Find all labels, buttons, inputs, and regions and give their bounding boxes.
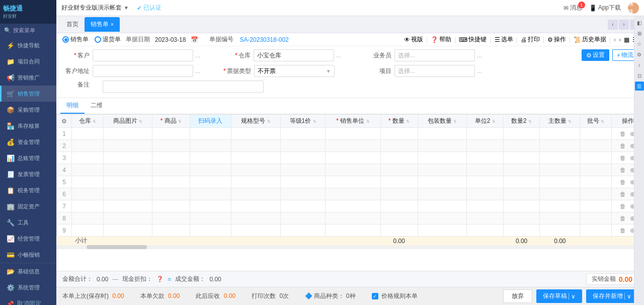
right-panel-btn-3[interactable]: ☆ <box>635 39 644 48</box>
sidebar-item-project[interactable]: 📁 项目合同 <box>0 53 56 69</box>
cell-unit2[interactable] <box>467 212 503 224</box>
delete-row-icon[interactable]: 🗑 <box>619 154 627 162</box>
cell-main-qty[interactable] <box>540 176 580 188</box>
cell-qty2[interactable] <box>503 140 539 152</box>
cell-barcode[interactable] <box>190 188 231 200</box>
shortcuts-btn[interactable]: ⌨ 快捷键 <box>459 35 487 44</box>
cell-sales-unit[interactable] <box>326 152 380 164</box>
sidebar-item-operations[interactable]: 📈 经营管理 <box>0 231 56 247</box>
cell-qty2[interactable] <box>503 152 539 164</box>
salesperson-input[interactable]: 选择... <box>394 49 475 61</box>
col-unit2-sort[interactable]: ⇅ <box>492 119 496 124</box>
sidebar-item-unpin[interactable]: 📌 取消固定 <box>0 295 56 305</box>
cell-quantity[interactable] <box>380 176 418 188</box>
warehouse-input[interactable]: 小宝仓库 <box>254 49 334 61</box>
cell-batch[interactable] <box>580 212 612 224</box>
abandon-button[interactable]: 放弃 <box>503 289 532 303</box>
sidebar-item-reports[interactable]: 💳 小畅报销 <box>0 247 56 263</box>
sidebar-item-invoice[interactable]: 🧾 发票管理 <box>0 166 56 182</box>
sidebar-item-marketing[interactable]: 📢 营销推广 <box>0 69 56 86</box>
search-menu-item[interactable]: 🔍 搜索菜单 <box>0 24 56 37</box>
cell-price1[interactable] <box>280 152 326 164</box>
cell-pack-qty[interactable] <box>418 152 467 164</box>
project-input[interactable]: 选择... <box>394 65 475 77</box>
delete-row-icon[interactable]: 🗑 <box>619 214 627 222</box>
cell-price1[interactable] <box>280 140 326 152</box>
delete-row-icon[interactable]: 🗑 <box>619 166 627 174</box>
cell-unit2[interactable] <box>467 200 503 212</box>
col-main-qty-sort[interactable]: ⇅ <box>568 119 572 124</box>
cell-main-qty[interactable] <box>540 152 580 164</box>
cell-unit2[interactable] <box>467 164 503 176</box>
cell-spec[interactable] <box>231 200 281 212</box>
customer-input[interactable] <box>93 49 193 61</box>
cell-unit2[interactable] <box>467 176 503 188</box>
warehouse-dots[interactable]: ... <box>334 51 343 60</box>
nav-prev-icon[interactable]: ‹ <box>614 36 616 43</box>
cell-price1[interactable] <box>280 128 326 140</box>
cell-product-img[interactable] <box>103 128 152 140</box>
user-menu[interactable]: 珠珠 <box>628 3 639 14</box>
col-settings[interactable]: ⚙ <box>57 115 72 128</box>
cell-batch[interactable] <box>580 224 612 237</box>
sidebar-item-tools[interactable]: 🔧 工具 <box>0 214 56 231</box>
cell-qty2[interactable] <box>503 176 539 188</box>
cell-product[interactable] <box>152 224 190 237</box>
cell-product[interactable] <box>152 176 190 188</box>
cell-spec[interactable] <box>231 224 281 237</box>
cell-warehouse[interactable] <box>72 176 104 188</box>
cell-warehouse[interactable] <box>72 152 104 164</box>
col-price1-sort[interactable]: ⇅ <box>313 119 316 124</box>
right-panel-btn-4[interactable]: ⚙ <box>635 50 644 59</box>
cell-unit2[interactable] <box>467 224 503 237</box>
cell-product-img[interactable] <box>103 188 152 200</box>
cell-quantity[interactable] <box>380 188 418 200</box>
cell-spec[interactable] <box>231 212 281 224</box>
col-batch-sort[interactable]: ⇅ <box>601 119 604 124</box>
cell-sales-unit[interactable] <box>326 176 380 188</box>
delete-row-icon[interactable]: 🗑 <box>619 202 627 210</box>
cell-unit2[interactable] <box>467 140 503 152</box>
help-btn[interactable]: ❓ 帮助 <box>431 35 451 44</box>
cell-pack-qty[interactable] <box>418 128 467 140</box>
cell-spec[interactable] <box>231 176 281 188</box>
right-panel-btn-7[interactable]: ☰ <box>635 82 644 91</box>
cell-pack-qty[interactable] <box>418 224 467 237</box>
tab-2d[interactable]: 二维 <box>85 98 109 114</box>
save-new-button[interactable]: 保存并新增 ∨ <box>586 289 638 303</box>
cell-unit2[interactable] <box>467 188 503 200</box>
settings-button[interactable]: ⚙ 设置 <box>582 49 609 61</box>
company-selector[interactable]: 好业财专业版演示帐套 ▼ <box>61 4 129 12</box>
cell-barcode[interactable] <box>190 164 231 176</box>
delete-row-icon[interactable]: 🗑 <box>619 130 627 138</box>
cell-product-img[interactable] <box>103 140 152 152</box>
cell-spec[interactable] <box>231 128 281 140</box>
cell-pack-qty[interactable] <box>418 212 467 224</box>
cell-unit2[interactable] <box>467 128 503 140</box>
cell-sales-unit[interactable] <box>326 164 380 176</box>
save-draft-chevron[interactable]: ∨ <box>569 293 576 300</box>
cell-quantity[interactable] <box>380 140 418 152</box>
cell-product-img[interactable] <box>103 200 152 212</box>
tab-nav-left[interactable]: ‹ <box>608 20 618 30</box>
col-spec-sort[interactable]: ⇅ <box>267 119 271 124</box>
cell-product[interactable] <box>152 152 190 164</box>
cell-product-img[interactable] <box>103 212 152 224</box>
col-pack-qty-sort[interactable]: ⇅ <box>453 119 457 124</box>
cell-sales-unit[interactable] <box>326 212 380 224</box>
cell-barcode[interactable] <box>190 224 231 237</box>
cell-qty2[interactable] <box>503 164 539 176</box>
col-warehouse-sort[interactable]: ⇅ <box>93 119 96 124</box>
radio-return[interactable]: 退货单 <box>95 35 121 44</box>
calendar-icon[interactable]: 📅 <box>191 36 198 43</box>
cell-batch[interactable] <box>580 200 612 212</box>
grid-view-icon[interactable]: ▦ <box>624 36 629 43</box>
cell-barcode[interactable] <box>190 140 231 152</box>
app-download-button[interactable]: 📱 App下载 <box>589 4 621 12</box>
col-quantity-sort[interactable]: ⇅ <box>406 119 410 124</box>
cell-warehouse[interactable] <box>72 140 104 152</box>
sidebar-item-quicknav[interactable]: ⚡ 快捷导航 <box>0 37 56 53</box>
cell-warehouse[interactable] <box>72 212 104 224</box>
delete-row-icon[interactable]: 🗑 <box>619 178 627 186</box>
project-dots[interactable]: ... <box>475 66 484 75</box>
